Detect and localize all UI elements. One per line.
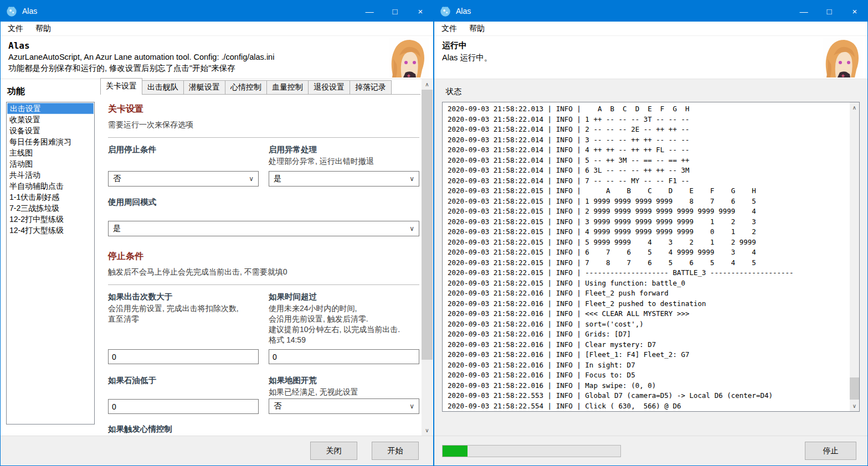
sidebar-heading: 功能 (7, 86, 95, 97)
list-item[interactable]: 半自动辅助点击 (7, 180, 94, 191)
list-item[interactable]: 主线图 (7, 147, 94, 158)
scroll-down-icon[interactable]: ∨ (850, 401, 859, 411)
map-clear-select[interactable]: 否 ∨ (269, 398, 419, 414)
window-title: Alas (22, 7, 37, 15)
progress-fill (443, 446, 468, 457)
app-subtitle: AzurLaneAutoScript, An Azur Lane automat… (8, 53, 425, 61)
config-footer: 关闭 开始 (1, 436, 433, 465)
tab[interactable]: 出击舰队 (142, 80, 184, 95)
section-title: 关卡设置 (108, 103, 419, 115)
field-label: 如果石油低于 (108, 375, 259, 386)
list-item[interactable]: 1-1伏击刷好感 (7, 191, 94, 203)
scroll-track[interactable] (850, 113, 859, 401)
log-line: 2020-09-03 21:58:22.016 | INFO | Clear m… (448, 340, 850, 350)
list-item[interactable]: 12-2打中型练级 (7, 214, 94, 225)
log-line: 2020-09-03 21:58:22.015 | INFO | A B C D… (448, 186, 850, 196)
log-line: 2020-09-03 21:58:22.014 | INFO | 1 ++ --… (448, 115, 850, 125)
tab[interactable]: 潜艇设置 (183, 80, 225, 95)
scroll-up-icon[interactable]: ∧ (850, 102, 859, 113)
log-line: 2020-09-03 21:58:22.016 | INFO | Grids: … (448, 329, 850, 340)
log-line: 2020-09-03 21:58:22.015 | INFO | 2 9999 … (448, 206, 850, 217)
titlebar[interactable]: Alas — □ × (434, 1, 867, 22)
field-label: 如果触发心情控制 (108, 424, 419, 434)
avatar (823, 38, 863, 77)
field-label: 如果出击次数大于 (108, 292, 259, 302)
list-item[interactable]: 每日任务困难演习 (7, 136, 94, 147)
field-desc: 会沿用先前设置, 完成出击将扣除次数, 直至清零 (108, 303, 259, 324)
menu-item[interactable]: 帮助 (30, 22, 56, 35)
list-item[interactable]: 设备设置 (7, 125, 94, 136)
log-line: 2020-09-03 21:58:22.014 | INFO | 2 -- --… (448, 125, 850, 135)
alas-logo-icon (6, 5, 18, 17)
close-button[interactable]: × (408, 1, 433, 22)
sidebar: 功能 出击设置收菜设置设备设置每日任务困难演习主线图活动图共斗活动半自动辅助点击… (1, 79, 95, 436)
stop-button[interactable]: 停止 (805, 442, 856, 460)
time-limit-input[interactable] (269, 349, 419, 364)
list-item[interactable]: 活动图 (7, 158, 94, 169)
scroll-thumb[interactable] (422, 90, 433, 360)
list-item[interactable]: 出击设置 (7, 103, 94, 114)
maximize-button[interactable]: □ (382, 1, 408, 22)
sortie-count-input[interactable] (108, 349, 259, 364)
maximize-button[interactable]: □ (816, 1, 842, 22)
stop-enable-select[interactable]: 否 ∨ (108, 171, 259, 187)
field-desc: 使用未来24小时内的时间, 会沿用先前设置, 触发后清零. 建议提前10分钟左右… (269, 303, 419, 345)
field-loop-mode: 使用周回模式 是 ∨ (108, 197, 419, 236)
start-button[interactable]: 开始 (372, 442, 419, 460)
log-line: 2020-09-03 21:58:22.015 | INFO | 3 9999 … (448, 217, 850, 227)
exception-select[interactable]: 是 ∨ (269, 171, 419, 187)
loop-mode-select[interactable]: 是 ∨ (108, 221, 419, 236)
scroll-up-icon[interactable]: ∧ (422, 79, 433, 90)
scroll-thumb[interactable] (850, 377, 859, 400)
select-value: 否 (113, 174, 121, 184)
close-button[interactable]: × (842, 1, 867, 22)
tab[interactable]: 掉落记录 (350, 80, 392, 95)
menu-item[interactable]: 文件 (436, 22, 462, 35)
log-line: 2020-09-03 21:58:22.014 | INFO | 5 -- ++… (448, 156, 850, 166)
progress-bar (442, 445, 621, 457)
select-value: 否 (274, 401, 281, 411)
log-line: 2020-09-03 21:58:22.015 | INFO | 1 9999 … (448, 196, 850, 207)
config-body: 功能 出击设置收菜设置设备设置每日任务困难演习主线图活动图共斗活动半自动辅助点击… (1, 79, 433, 436)
menu-item[interactable]: 文件 (3, 22, 28, 35)
desktop: Alas — □ × 文件帮助 Alas AzurLaneAutoScript,… (0, 0, 868, 466)
run-status-line: Alas 运行中。 (442, 53, 860, 63)
panel-scrollbar[interactable]: ∧ ∨ (422, 79, 433, 436)
log-line: 2020-09-03 21:58:22.015 | INFO | Using f… (448, 278, 850, 289)
list-item[interactable]: 12-4打大型练级 (7, 225, 94, 236)
field-stop-enable: 启用停止条件 否 ∨ (108, 144, 259, 187)
close-config-button[interactable]: 关闭 (310, 442, 357, 460)
log-line: 2020-09-03 21:58:22.016 | INFO | In sigh… (448, 360, 850, 371)
log-line: 2020-09-03 21:58:22.016 | INFO | sort=('… (448, 319, 850, 330)
field-desc: 如果已经满足, 无视此设置 (269, 387, 419, 397)
titlebar[interactable]: Alas — □ × (1, 1, 433, 22)
function-listbox: 出击设置收菜设置设备设置每日任务困难演习主线图活动图共斗活动半自动辅助点击1-1… (6, 102, 95, 424)
select-value: 是 (274, 174, 281, 184)
log-line: 2020-09-03 21:58:22.014 | INFO | 6 3L --… (448, 165, 850, 176)
field-label: 启用异常处理 (269, 144, 419, 155)
log-line: 2020-09-03 21:58:22.015 | INFO | 4 9999 … (448, 227, 850, 237)
list-item[interactable]: 收菜设置 (7, 114, 94, 125)
field-label: 如果地图开荒 (269, 375, 419, 386)
app-hint: 功能都是分别保存和运行的, 修改设置后别忘了点击"开始"来保存 (8, 63, 425, 74)
tab[interactable]: 血量控制 (266, 80, 309, 95)
log-scrollbar[interactable]: ∧ ∨ (850, 102, 859, 411)
chevron-down-icon: ∨ (249, 175, 254, 183)
oil-input[interactable] (108, 399, 259, 414)
field-label: 如果时间超过 (269, 292, 419, 302)
minimize-button[interactable]: — (357, 1, 382, 22)
menu-item[interactable]: 帮助 (464, 22, 490, 35)
tab[interactable]: 关卡设置 (100, 78, 142, 95)
list-item[interactable]: 共斗活动 (7, 169, 94, 180)
tab[interactable]: 退役设置 (308, 80, 350, 95)
minimize-button[interactable]: — (791, 1, 816, 22)
list-item[interactable]: 7-2三战拣垃圾 (7, 203, 94, 214)
alas-logo-icon (439, 5, 451, 17)
settings-panel: 关卡设置出击舰队潜艇设置心情控制血量控制退役设置掉落记录 关卡设置 需要运行一次… (100, 79, 420, 436)
app-header: 运行中 Alas 运行中。 (434, 36, 867, 79)
scroll-down-icon[interactable]: ∨ (422, 425, 433, 436)
tab[interactable]: 心情控制 (225, 80, 267, 95)
alas-config-window: Alas — □ × 文件帮助 Alas AzurLaneAutoScript,… (0, 0, 434, 466)
log-line: 2020-09-03 21:58:22.015 | INFO | 7 8 7 6… (448, 258, 850, 268)
scroll-track[interactable] (422, 90, 433, 425)
